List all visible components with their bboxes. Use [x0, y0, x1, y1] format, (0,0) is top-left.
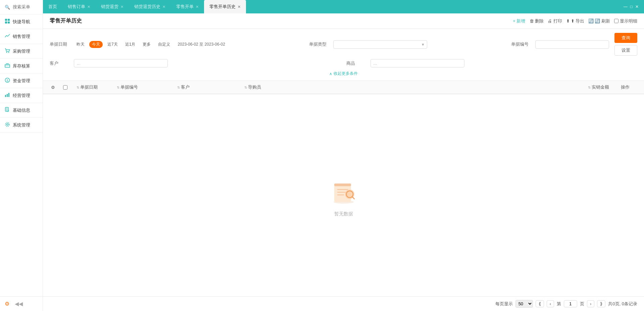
svg-rect-0 [5, 19, 7, 21]
print-button[interactable]: 🖨 打印 [548, 18, 562, 24]
purchase-mgmt-icon [5, 48, 10, 54]
page-label: 第 [557, 301, 561, 307]
display-detail-label[interactable]: 显示明细 [614, 18, 637, 24]
tab-sales-return-history[interactable]: 销货退货历史 ✕ [129, 0, 171, 13]
sidebar-item-sales-mgmt[interactable]: 销售管理 [0, 29, 43, 44]
doc-number-label: 单据编号 [511, 41, 530, 47]
window-minimize[interactable]: — [624, 4, 628, 9]
finance-icon: $ [5, 77, 10, 84]
tab-home-label: 首页 [48, 4, 57, 10]
refresh-icon: 🔄 [588, 18, 594, 23]
pagination: 每页显示 50 10 20 100 ⟪ ‹ 第 页 › ⟫ 共0页, 0条记录 [43, 296, 644, 311]
doc-number-input[interactable] [535, 40, 609, 49]
sidebar-item-finance[interactable]: $ 资金管理 [0, 73, 43, 88]
date-opt-7days[interactable]: 近7天 [105, 41, 120, 48]
svg-point-5 [8, 52, 9, 53]
svg-point-4 [6, 52, 7, 53]
sidebar-item-operations[interactable]: 经营管理 [0, 88, 43, 103]
purchase-mgmt-label: 采购管理 [13, 48, 30, 54]
client-select[interactable]: ... [74, 59, 168, 67]
tab-home[interactable]: 首页 [43, 0, 62, 13]
sidebar-search[interactable]: 🔍 搜索采单 [0, 0, 43, 14]
sidebar-item-system[interactable]: 系统管理 [0, 118, 43, 133]
date-options: 昨天 今天 近7天 近1月 更多 自定义 2023-06-02 至 2023-0… [74, 41, 225, 48]
date-label: 单据日期 [50, 41, 68, 47]
th-client-sort-icon[interactable]: ⇅ [177, 86, 180, 89]
topbar: 首页 销售订单 ✕ 销货退货 ✕ 销货退货历史 ✕ 零售开单 ✕ 零售开单历史 … [43, 0, 644, 13]
th-guide-sort-icon[interactable]: ⇅ [244, 86, 247, 89]
display-detail-text: 显示明细 [620, 18, 637, 24]
collapse-up-icon: ∧ [329, 71, 332, 76]
th-date-sort-icon[interactable]: ⇅ [77, 86, 79, 89]
th-guide: ⇅ 导购员 [242, 84, 282, 90]
goods-label: 商品 [346, 60, 365, 66]
display-detail-checkbox[interactable] [614, 19, 618, 23]
bottom-settings-icon[interactable]: ⚙ [5, 301, 9, 307]
page-next-btn[interactable]: › [587, 300, 594, 307]
date-opt-yesterday[interactable]: 昨天 [74, 41, 87, 48]
tab-retail-history-close[interactable]: ✕ [238, 5, 241, 9]
refresh-button[interactable]: 🔄 🔄 刷新 [588, 18, 610, 24]
page-number-input[interactable] [564, 300, 577, 307]
tab-retail-open-close[interactable]: ✕ [196, 5, 199, 9]
filter-settings-button[interactable]: 设置 [614, 45, 637, 56]
system-icon [5, 122, 10, 128]
toolbar: + 新增 🗑 删除 🖨 打印 ⬆ ⬆ 导出 🔄 🔄 刷新 显示明细 [513, 18, 637, 28]
page-last-btn[interactable]: ⟫ [597, 300, 605, 307]
th-amount: ⇅ 实销金额 [282, 84, 612, 90]
sidebar-item-inventory[interactable]: 库存核算 [0, 59, 43, 73]
date-opt-custom[interactable]: 自定义 [155, 41, 173, 48]
svg-rect-1 [8, 19, 10, 21]
tab-retail-open[interactable]: 零售开单 ✕ [171, 0, 204, 13]
main-area: 首页 销售订单 ✕ 销货退货 ✕ 销货退货历史 ✕ 零售开单 ✕ 零售开单历史 … [43, 0, 644, 311]
th-number-label: 单据编号 [120, 84, 138, 90]
tab-sales-return[interactable]: 销货退货 ✕ [96, 0, 129, 13]
page-title: 零售开单历史 [50, 17, 82, 29]
tab-sales-order-close[interactable]: ✕ [87, 5, 90, 9]
inventory-label: 库存核算 [13, 63, 30, 69]
table-settings-icon[interactable]: ⚙ [51, 85, 55, 90]
window-close[interactable]: ✕ [635, 4, 639, 9]
client-label: 客户 [50, 60, 68, 66]
sidebar-item-purchase-mgmt[interactable]: 采购管理 [0, 44, 43, 59]
table-settings-col[interactable]: ⚙ [48, 85, 60, 90]
table-header: ⚙ ⇅ 单据日期 ⇅ 单据编号 ⇅ 客户 ⇅ 导购员 ⇅ [43, 81, 644, 94]
tab-sales-return-label: 销货退货 [101, 4, 118, 10]
page-first-btn[interactable]: ⟪ [536, 300, 544, 307]
th-amount-sort-icon[interactable]: ⇅ [588, 86, 591, 89]
export-button[interactable]: ⬆ ⬆ 导出 [566, 18, 585, 24]
tab-sales-return-close[interactable]: ✕ [120, 5, 123, 9]
window-maximize[interactable]: □ [630, 4, 633, 9]
tab-retail-history[interactable]: 零售开单历史 ✕ [204, 0, 246, 13]
inventory-icon [5, 63, 10, 69]
collapse-bar[interactable]: ∧ 收起更多条件 [50, 71, 637, 76]
th-number-sort-icon[interactable]: ⇅ [117, 86, 119, 89]
svg-rect-10 [5, 95, 6, 97]
add-button[interactable]: + 新增 [513, 18, 525, 24]
empty-text: 暂无数据 [334, 211, 353, 217]
delete-button[interactable]: 🗑 删除 [530, 18, 544, 24]
tab-sales-order[interactable]: 销售订单 ✕ [62, 0, 96, 13]
page-prev-btn[interactable]: ‹ [547, 300, 554, 307]
sidebar-item-quick-nav[interactable]: 快捷导航 [0, 14, 43, 29]
date-opt-today[interactable]: 今天 [89, 41, 103, 48]
goods-select[interactable]: ... [370, 59, 464, 67]
doc-type-arrow-icon: ▾ [422, 42, 424, 47]
per-page-select[interactable]: 50 10 20 100 [515, 300, 533, 308]
th-guide-label: 导购员 [248, 84, 261, 90]
sidebar-item-basic-info[interactable]: 基础信息 [0, 103, 43, 118]
tab-sales-order-label: 销售订单 [68, 4, 85, 10]
empty-state: 暂无数据 [43, 94, 644, 296]
date-opt-more[interactable]: 更多 [140, 41, 153, 48]
query-btn-group: 查询 设置 [614, 33, 637, 56]
svg-rect-22 [334, 184, 351, 186]
query-button[interactable]: 查询 [614, 33, 637, 43]
bottom-collapse-icon[interactable]: ◀◀ [15, 301, 23, 307]
doc-type-select[interactable]: ▾ [333, 40, 427, 49]
table-select-all[interactable] [63, 85, 67, 90]
svg-point-19 [5, 122, 9, 126]
tab-sales-return-history-close[interactable]: ✕ [162, 5, 165, 9]
th-number: ⇅ 单据编号 [114, 84, 175, 90]
date-opt-1month[interactable]: 近1月 [122, 41, 138, 48]
svg-rect-12 [8, 93, 9, 97]
